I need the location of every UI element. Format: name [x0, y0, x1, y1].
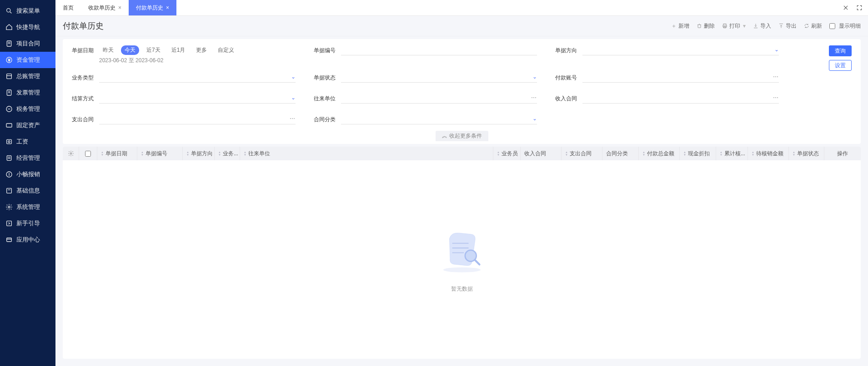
- sort-icon[interactable]: [141, 151, 144, 156]
- sidebar-item-funds[interactable]: ¥ 资金管理: [0, 52, 55, 68]
- query-button[interactable]: 查询: [829, 45, 852, 56]
- sort-icon[interactable]: [101, 151, 104, 156]
- fullscreen-icon[interactable]: [854, 3, 864, 13]
- biz-type-select[interactable]: ⌄: [99, 73, 296, 83]
- range-7d[interactable]: 近7天: [143, 45, 164, 55]
- sidebar-item-label: 搜索菜单: [16, 7, 40, 15]
- delete-button[interactable]: 删除: [697, 22, 715, 30]
- sort-icon[interactable]: [565, 151, 568, 156]
- empty-text: 暂无数据: [451, 285, 473, 293]
- contract-class-select[interactable]: ⌄: [341, 114, 537, 124]
- sidebar-item-ledger[interactable]: 总账管理: [0, 68, 55, 84]
- column-settings-button[interactable]: [63, 147, 79, 160]
- sort-icon[interactable]: [752, 151, 754, 156]
- th-clerk[interactable]: 业务员: [493, 147, 521, 160]
- settings-button[interactable]: 设置: [829, 60, 852, 71]
- info-icon: [5, 187, 13, 194]
- sort-icon[interactable]: [720, 151, 722, 156]
- sidebar-item-label: 小畅报销: [16, 170, 40, 178]
- close-icon[interactable]: ×: [166, 5, 169, 11]
- select-all-checkbox[interactable]: [79, 147, 97, 160]
- print-button[interactable]: 打印▾: [722, 22, 746, 30]
- page-header: 付款单历史 ＋新增 删除 打印▾ 导入 导出 刷新 显示明细: [55, 16, 868, 36]
- table-header: 单据日期 单据编号 单据方向 业务... 往来单位 业务员 收入合同 支出合同 …: [63, 147, 861, 160]
- ellipsis-icon[interactable]: ⋯: [290, 115, 296, 122]
- expense-icon: [5, 171, 13, 178]
- th-pending[interactable]: 待核销金额: [748, 147, 789, 160]
- sort-icon[interactable]: [683, 151, 686, 156]
- filter-label: 单据编号: [314, 45, 341, 55]
- doc-no-input[interactable]: [341, 45, 537, 55]
- th-expense-contract[interactable]: 支出合同: [562, 147, 602, 160]
- ellipsis-icon[interactable]: ⋯: [773, 74, 779, 80]
- empty-state: 暂无数据: [430, 226, 494, 293]
- th-doc-no[interactable]: 单据编号: [137, 147, 183, 160]
- sidebar-item-label: 总账管理: [16, 72, 40, 80]
- range-1m[interactable]: 近1月: [168, 45, 189, 55]
- svg-point-33: [443, 267, 481, 272]
- sort-icon[interactable]: [642, 151, 645, 156]
- sidebar-item-manage[interactable]: 经营管理: [0, 150, 55, 166]
- sidebar-item-apps[interactable]: 应用中心: [0, 232, 55, 248]
- tab-payment-history[interactable]: 付款单历史 ×: [129, 0, 176, 15]
- settle-select[interactable]: ⌄: [99, 94, 296, 104]
- range-custom[interactable]: 自定义: [214, 45, 238, 55]
- expense-contract-input[interactable]: ⋯: [99, 114, 296, 124]
- sort-icon[interactable]: [244, 151, 246, 156]
- sort-icon[interactable]: [793, 151, 795, 156]
- refresh-button[interactable]: 刷新: [804, 22, 822, 30]
- th-direction[interactable]: 单据方向: [183, 147, 215, 160]
- export-button[interactable]: 导出: [778, 22, 797, 30]
- th-pay-total[interactable]: 付款总金额: [639, 147, 680, 160]
- range-today[interactable]: 今天: [121, 45, 139, 55]
- filter-label: 业务类型: [72, 73, 99, 83]
- add-button[interactable]: ＋新增: [671, 22, 689, 30]
- page-actions: ＋新增 删除 打印▾ 导入 导出 刷新 显示明细: [671, 22, 861, 30]
- show-detail-checkbox[interactable]: [829, 23, 835, 29]
- sidebar-item-salary[interactable]: 工资: [0, 134, 55, 150]
- th-status[interactable]: 单据状态: [789, 147, 824, 160]
- th-accum[interactable]: 累计核...: [716, 147, 748, 160]
- ellipsis-icon[interactable]: ⋯: [531, 94, 537, 101]
- show-detail-toggle[interactable]: 显示明细: [829, 22, 861, 30]
- sidebar-item-invoice[interactable]: 发票管理: [0, 84, 55, 101]
- tab-label: 付款单历史: [136, 4, 163, 12]
- sort-icon[interactable]: [186, 151, 189, 156]
- tab-home[interactable]: 首页: [55, 0, 81, 15]
- tab-receipt-history[interactable]: 收款单历史 ×: [81, 0, 129, 15]
- import-button[interactable]: 导入: [753, 22, 771, 30]
- sidebar-item-basicinfo[interactable]: 基础信息: [0, 183, 55, 199]
- range-yesterday[interactable]: 昨天: [99, 45, 117, 55]
- filter-label: 往来单位: [314, 94, 341, 104]
- sidebar-item-system[interactable]: 系统管理: [0, 199, 55, 215]
- close-all-icon[interactable]: [841, 3, 851, 13]
- partner-input[interactable]: ⋯: [341, 94, 537, 104]
- th-doc-date[interactable]: 单据日期: [97, 147, 137, 160]
- sidebar-item-quicknav[interactable]: 快捷导航: [0, 19, 55, 35]
- collapse-filters-button[interactable]: ︽ 收起更多条件: [436, 131, 488, 141]
- income-contract-input[interactable]: ⋯: [582, 94, 779, 104]
- filter-direction: 单据方向 ⌄: [555, 45, 779, 64]
- sidebar-item-expense[interactable]: 小畅报销: [0, 166, 55, 183]
- direction-select[interactable]: ⌄: [582, 45, 779, 55]
- close-icon[interactable]: ×: [118, 5, 121, 11]
- ellipsis-icon[interactable]: ⋯: [773, 94, 779, 101]
- th-partner[interactable]: 往来单位: [240, 147, 493, 160]
- svg-point-32: [70, 153, 72, 154]
- main: 首页 收款单历史 × 付款单历史 × 付款单历史 ＋新增 删除 打印▾ 导入 导…: [55, 0, 868, 366]
- sort-icon[interactable]: [497, 151, 500, 156]
- sidebar-item-asset[interactable]: 固定资产: [0, 117, 55, 134]
- th-contract-class[interactable]: 合同分类: [602, 147, 639, 160]
- sidebar-item-guide[interactable]: 新手引导: [0, 215, 55, 232]
- th-income-contract[interactable]: 收入合同: [521, 147, 562, 160]
- sidebar-item-contract[interactable]: 项目合同: [0, 35, 55, 52]
- doc-status-select[interactable]: ⌄: [341, 73, 537, 83]
- sidebar-item-search[interactable]: 搜索菜单: [0, 3, 55, 19]
- range-more[interactable]: 更多: [192, 45, 211, 55]
- sort-icon[interactable]: [218, 151, 221, 156]
- sidebar-item-tax[interactable]: 税务管理: [0, 101, 55, 117]
- th-cash-discount[interactable]: 现金折扣: [680, 147, 716, 160]
- th-biz[interactable]: 业务...: [215, 147, 240, 160]
- pay-account-input[interactable]: ⋯: [582, 73, 779, 83]
- table-body: 暂无数据: [63, 160, 861, 359]
